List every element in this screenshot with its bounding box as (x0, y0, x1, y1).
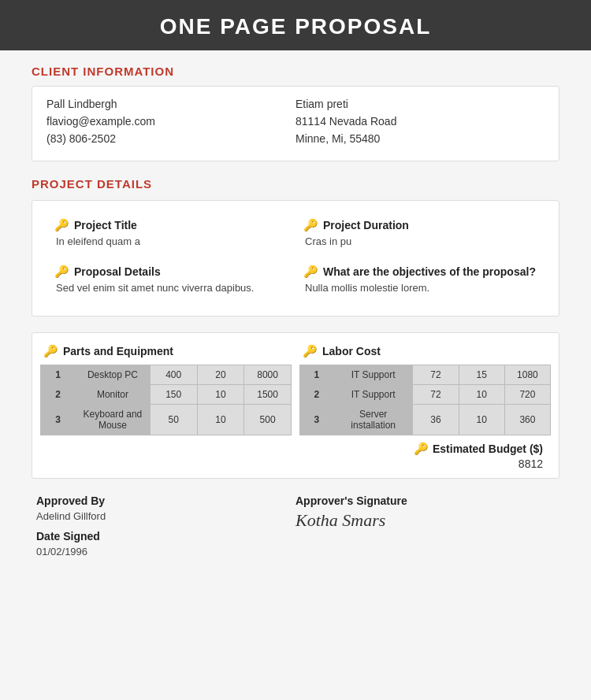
approval-right: Approver's Signature Kotha Smars (296, 494, 555, 565)
parts-row1-v1: 400 (150, 365, 197, 385)
labor-row1-name: IT Support (333, 365, 413, 385)
key-icon-budget: 🔑 (414, 442, 429, 456)
key-icon-1: 🔑 (54, 218, 69, 232)
parts-row1-num: 1 (41, 365, 76, 385)
key-icon-2: 🔑 (303, 218, 318, 232)
project-details-box: 🔑 Project Title In eleifend quam a 🔑 Pro… (32, 200, 559, 317)
key-icon-4: 🔑 (303, 265, 318, 279)
page-content: CLIENT INFORMATION Pall Lindbergh flavio… (0, 50, 591, 589)
project-title-value: In eleifend quam a (56, 235, 288, 247)
project-details-value: Sed vel enim sit amet nunc viverra dapib… (56, 282, 288, 294)
labor-table-half: 🔑 Labor Cost 1 IT Support 72 15 1080 (299, 344, 551, 435)
project-item-details: 🔑 Proposal Details Sed vel enim sit amet… (46, 258, 296, 305)
labor-row3-v1: 36 (413, 405, 459, 435)
page-header: ONE PAGE PROPOSAL (0, 0, 591, 50)
signature-label: Approver's Signature (296, 494, 555, 507)
labor-row3-num: 3 (300, 405, 334, 435)
tables-section: 🔑 Parts and Equipment 1 Desktop PC 400 2… (32, 332, 559, 479)
project-grid: 🔑 Project Title In eleifend quam a 🔑 Pro… (46, 212, 545, 305)
page: ONE PAGE PROPOSAL CLIENT INFORMATION Pal… (0, 0, 591, 700)
project-details-label: 🔑 Proposal Details (54, 265, 288, 279)
project-item-title: 🔑 Project Title In eleifend quam a (46, 212, 296, 258)
client-col-left: Pall Lindbergh flaviog@example.com (83) … (46, 98, 296, 150)
table-row: 2 IT Support 72 10 720 (300, 385, 551, 405)
date-signed-value: 01/02/1996 (36, 546, 296, 557)
table-row: 1 IT Support 72 15 1080 (300, 365, 551, 385)
project-section: PROJECT DETAILS 🔑 Project Title In eleif… (32, 177, 559, 317)
labor-row1-v1: 72 (413, 365, 459, 385)
project-duration-label: 🔑 Project Duration (303, 218, 537, 232)
labor-row2-name: IT Support (333, 385, 413, 405)
approval-section: Approved By Adelind Gillford Date Signed… (32, 494, 559, 565)
client-address2: Minne, Mi, 55480 (296, 132, 545, 145)
estimated-budget: 🔑 Estimated Budget ($) 8812 (40, 442, 551, 470)
labor-row3-name: Server installation (333, 405, 413, 435)
labor-row1-v2: 15 (459, 365, 504, 385)
table-row: 3 Keyboard and Mouse 50 10 500 (41, 405, 292, 435)
project-item-duration: 🔑 Project Duration Cras in pu (296, 212, 545, 258)
parts-row3-v1: 50 (150, 405, 197, 435)
project-duration-value: Cras in pu (305, 235, 537, 247)
client-phone: (83) 806-2502 (46, 132, 296, 145)
parts-row3-v3: 500 (244, 405, 292, 435)
client-info-box: Pall Lindbergh flaviog@example.com (83) … (32, 86, 559, 161)
parts-row2-v2: 10 (197, 385, 244, 405)
parts-row2-v1: 150 (150, 385, 197, 405)
labor-row3-v2: 10 (459, 405, 504, 435)
approved-by-value: Adelind Gillford (36, 510, 296, 522)
parts-table-title: 🔑 Parts and Equipment (40, 344, 292, 358)
parts-row2-num: 2 (41, 385, 76, 405)
labor-row2-v2: 10 (459, 385, 504, 405)
signature-image: Kotha Smars (296, 510, 555, 531)
project-title-label: 🔑 Project Title (54, 218, 288, 232)
parts-table-half: 🔑 Parts and Equipment 1 Desktop PC 400 2… (40, 344, 292, 435)
client-col-right: Etiam preti 81114 Nevada Road Minne, Mi,… (296, 98, 545, 150)
parts-row3-name: Keyboard and Mouse (75, 405, 150, 435)
project-objectives-label: 🔑 What are the objectives of the proposa… (303, 265, 537, 279)
page-title: ONE PAGE PROPOSAL (0, 14, 591, 39)
client-email: flaviog@example.com (46, 115, 296, 128)
labor-row1-num: 1 (300, 365, 334, 385)
parts-row3-v2: 10 (197, 405, 244, 435)
tables-row: 🔑 Parts and Equipment 1 Desktop PC 400 2… (40, 344, 551, 435)
key-icon-parts: 🔑 (43, 344, 58, 358)
client-name: Pall Lindbergh (46, 98, 296, 110)
labor-row2-v3: 720 (504, 385, 550, 405)
table-row: 1 Desktop PC 400 20 8000 (41, 365, 292, 385)
labor-table-title: 🔑 Labor Cost (299, 344, 551, 358)
labor-row2-v1: 72 (413, 385, 459, 405)
parts-row2-name: Monitor (75, 385, 150, 405)
client-contact: Etiam preti (296, 98, 545, 110)
parts-row1-name: Desktop PC (75, 365, 150, 385)
table-row: 2 Monitor 150 10 1500 (41, 385, 292, 405)
estimated-budget-label: 🔑 Estimated Budget ($) (40, 442, 543, 456)
labor-table: 1 IT Support 72 15 1080 2 IT Support 72 … (299, 365, 551, 435)
approval-left: Approved By Adelind Gillford Date Signed… (36, 494, 296, 565)
table-row: 3 Server installation 36 10 360 (300, 405, 551, 435)
parts-row1-v2: 20 (197, 365, 244, 385)
project-item-objectives: 🔑 What are the objectives of the proposa… (296, 258, 545, 305)
labor-row1-v3: 1080 (504, 365, 550, 385)
parts-row1-v3: 8000 (244, 365, 292, 385)
estimated-budget-value: 8812 (40, 457, 543, 470)
parts-row2-v3: 1500 (244, 385, 292, 405)
labor-row3-v3: 360 (504, 405, 550, 435)
parts-row3-num: 3 (41, 405, 76, 435)
labor-row2-num: 2 (300, 385, 334, 405)
project-section-title: PROJECT DETAILS (32, 177, 559, 191)
key-icon-3: 🔑 (54, 265, 69, 279)
key-icon-labor: 🔑 (303, 344, 318, 358)
date-signed-label: Date Signed (36, 530, 296, 543)
project-objectives-value: Nulla mollis molestie lorem. (305, 282, 537, 294)
approved-by-label: Approved By (36, 494, 296, 507)
client-address1: 81114 Nevada Road (296, 115, 545, 128)
parts-table: 1 Desktop PC 400 20 8000 2 Monitor 150 1… (40, 365, 292, 435)
client-section-title: CLIENT INFORMATION (32, 65, 559, 78)
